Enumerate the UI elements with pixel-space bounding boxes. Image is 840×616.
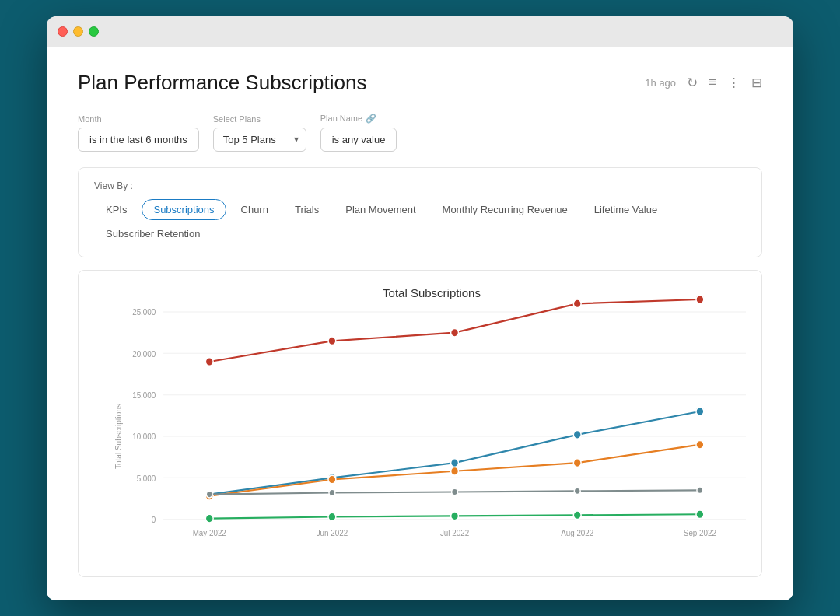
- refresh-icon[interactable]: ↻: [687, 75, 698, 91]
- app-window: Plan Performance Subscriptions 1h ago ↻ …: [47, 16, 793, 600]
- month-filter-group: Month is in the last 6 months: [78, 114, 199, 152]
- header-actions: 1h ago ↻ ≡ ⋮ ⊟: [645, 75, 762, 91]
- svg-text:Sep 2022: Sep 2022: [684, 528, 716, 537]
- svg-point-35: [574, 488, 580, 495]
- tab-mrr[interactable]: Monthly Recurring Revenue: [431, 199, 579, 220]
- plan-name-filter-button[interactable]: is any value: [320, 128, 397, 152]
- tab-churn[interactable]: Churn: [229, 199, 280, 220]
- page-header: Plan Performance Subscriptions 1h ago ↻ …: [78, 71, 762, 95]
- svg-point-20: [573, 299, 581, 308]
- svg-point-19: [451, 328, 459, 337]
- page-title: Plan Performance Subscriptions: [78, 71, 366, 95]
- svg-text:20,000: 20,000: [132, 349, 156, 358]
- view-by-section: View By : KPIs Subscriptions Churn Trial…: [78, 167, 762, 257]
- close-button[interactable]: [58, 26, 68, 37]
- svg-point-17: [205, 357, 213, 366]
- traffic-lights: [58, 26, 99, 37]
- chart-title: Total Subscriptions: [117, 286, 746, 299]
- svg-point-18: [328, 337, 336, 345]
- select-plans-label: Select Plans: [213, 114, 306, 124]
- plan-name-filter-group: Plan Name 🔗 is any value: [320, 114, 397, 152]
- svg-text:10,000: 10,000: [132, 432, 156, 440]
- y-axis-label: Total Subscriptions: [114, 404, 123, 469]
- chart-svg: 25,000 20,000 15,000 10,000 5,000 0 May …: [117, 312, 746, 561]
- svg-point-24: [451, 458, 459, 467]
- view-by-tabs: KPIs Subscriptions Churn Trials Plan Mov…: [94, 199, 746, 244]
- svg-text:25,000: 25,000: [132, 307, 156, 316]
- svg-point-26: [696, 407, 704, 415]
- month-filter-button[interactable]: is in the last 6 months: [78, 128, 199, 152]
- page-content: Plan Performance Subscriptions 1h ago ↻ …: [47, 47, 793, 600]
- svg-text:5,000: 5,000: [137, 474, 156, 482]
- tab-kpis[interactable]: KPIs: [94, 199, 138, 220]
- tab-plan-movement[interactable]: Plan Movement: [334, 199, 427, 220]
- tab-subscriber-retention[interactable]: Subscriber Retention: [94, 223, 212, 244]
- tab-subscriptions[interactable]: Subscriptions: [142, 199, 226, 220]
- svg-text:0: 0: [152, 515, 156, 523]
- chart-area: Total Subscriptions 25,000 20,000 15,000…: [117, 312, 746, 561]
- svg-point-28: [328, 475, 336, 484]
- svg-point-21: [696, 295, 704, 303]
- plan-name-label: Plan Name 🔗: [320, 114, 397, 124]
- filters-bar: Month is in the last 6 months Select Pla…: [78, 114, 762, 152]
- maximize-button[interactable]: [89, 26, 99, 37]
- svg-text:Jul 2022: Jul 2022: [440, 528, 469, 537]
- minimize-button[interactable]: [73, 26, 83, 37]
- svg-text:Jun 2022: Jun 2022: [317, 528, 348, 537]
- svg-point-31: [696, 440, 704, 449]
- svg-point-36: [697, 487, 703, 494]
- chart-container: Total Subscriptions Total Subscriptions …: [78, 270, 762, 577]
- svg-point-32: [206, 491, 212, 498]
- more-icon[interactable]: ⋮: [727, 75, 740, 91]
- svg-point-38: [328, 513, 336, 521]
- view-by-label: View By :: [94, 180, 746, 191]
- svg-text:Aug 2022: Aug 2022: [561, 528, 593, 537]
- folder-icon[interactable]: ⊟: [751, 75, 762, 91]
- select-plans-dropdown[interactable]: Top 5 Plans Top 10 Plans All Plans: [213, 128, 306, 152]
- svg-text:15,000: 15,000: [132, 390, 156, 399]
- svg-text:May 2022: May 2022: [193, 528, 226, 537]
- filter-icon[interactable]: ≡: [709, 75, 716, 90]
- title-bar: [47, 16, 793, 47]
- last-updated: 1h ago: [645, 77, 676, 89]
- month-filter-label: Month: [78, 114, 199, 124]
- select-plans-wrapper: Top 5 Plans Top 10 Plans All Plans: [213, 128, 306, 152]
- svg-point-40: [573, 511, 581, 520]
- select-plans-filter-group: Select Plans Top 5 Plans Top 10 Plans Al…: [213, 114, 306, 152]
- link-icon: 🔗: [366, 114, 376, 124]
- tab-lifetime-value[interactable]: Lifetime Value: [583, 199, 669, 220]
- svg-point-34: [452, 488, 458, 495]
- tab-trials[interactable]: Trials: [283, 199, 331, 220]
- svg-point-37: [205, 514, 213, 523]
- svg-point-33: [329, 489, 335, 496]
- svg-point-39: [451, 512, 459, 520]
- svg-point-30: [573, 458, 581, 467]
- svg-point-41: [696, 509, 704, 518]
- svg-point-29: [451, 467, 459, 475]
- svg-point-25: [573, 430, 581, 439]
